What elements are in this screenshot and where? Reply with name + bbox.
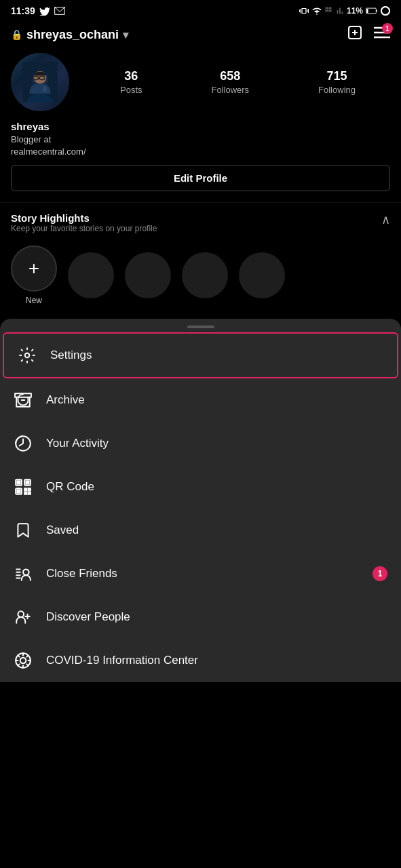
svg-rect-24	[17, 490, 20, 493]
settings-label: Settings	[50, 349, 92, 362]
twitter-icon	[39, 6, 50, 16]
svg-rect-22	[17, 481, 20, 484]
circle-progress-icon	[381, 6, 390, 16]
profile-bio: Blogger at realmecentral.com/	[11, 134, 390, 158]
header-username-text: shreyas_ochani	[26, 28, 119, 42]
svg-point-37	[23, 570, 29, 576]
highlight-item-4[interactable]	[239, 252, 285, 298]
drag-handle	[187, 326, 214, 328]
posts-stat[interactable]: 36 Posts	[120, 69, 142, 95]
menu-button[interactable]: 1	[374, 26, 390, 43]
highlight-new[interactable]: + New	[11, 245, 57, 305]
menu-item-saved[interactable]: Saved	[0, 509, 401, 552]
status-right: 11%	[299, 6, 390, 16]
new-post-button[interactable]	[347, 24, 363, 45]
profile-name: shreyas	[11, 121, 390, 132]
followers-label: Followers	[211, 85, 249, 95]
lock-icon: 🔒	[11, 29, 22, 40]
wifi-icon	[311, 7, 322, 15]
menu-item-settings[interactable]: Settings	[3, 332, 398, 378]
avatar-svg	[20, 62, 60, 102]
svg-rect-31	[24, 492, 26, 494]
menu-item-discover[interactable]: Discover People	[0, 595, 401, 639]
svg-line-47	[18, 656, 19, 657]
story-highlights: Story Highlights Keep your favorite stor…	[0, 202, 401, 312]
status-left: 11:39	[11, 5, 65, 16]
menu-item-activity[interactable]: Your Activity	[0, 422, 401, 465]
time: 11:39	[11, 5, 35, 16]
sheet-handle	[0, 319, 401, 332]
menu-item-qr[interactable]: QR Code	[0, 465, 401, 509]
gmail-icon	[54, 6, 65, 16]
svg-rect-32	[28, 492, 31, 494]
avatar[interactable]	[11, 53, 69, 111]
svg-line-50	[18, 665, 19, 666]
new-label: New	[26, 296, 42, 305]
app-header: 🔒 shreyas_ochani ▾ 1	[0, 19, 401, 53]
friends-icon	[14, 564, 33, 583]
close-friends-label: Close Friends	[46, 567, 117, 580]
svg-rect-16	[43, 86, 46, 92]
highlights-row: + New	[11, 245, 390, 305]
posts-label: Posts	[120, 85, 142, 95]
bio-line2: realmecentral.com/	[11, 146, 86, 157]
menu-badge: 1	[382, 23, 393, 34]
followers-count: 658	[220, 69, 240, 83]
qr-icon	[14, 477, 33, 496]
add-highlight-button[interactable]: +	[11, 245, 57, 292]
activity-label: Your Activity	[46, 437, 109, 450]
highlights-title: Story Highlights	[11, 212, 157, 224]
svg-point-42	[20, 658, 26, 664]
stats-row: 36 Posts 658 Followers 715 Following	[85, 69, 390, 95]
highlights-title-text: Story Highlights Keep your favorite stor…	[11, 212, 157, 243]
menu-item-covid[interactable]: COVID-19 Information Center	[0, 639, 401, 682]
avatar-image	[11, 53, 69, 111]
bio-line1: Blogger at	[11, 134, 51, 144]
saved-label: Saved	[46, 524, 79, 537]
battery-icon	[366, 7, 378, 15]
battery-percentage: 11%	[347, 6, 363, 16]
covid-label: COVID-19 Information Center	[46, 654, 198, 667]
activity-icon	[14, 434, 33, 453]
plus-icon: +	[28, 259, 39, 278]
svg-rect-2	[366, 9, 368, 13]
svg-rect-30	[28, 489, 31, 491]
qr-label: QR Code	[46, 480, 94, 494]
highlight-item-1[interactable]	[68, 252, 114, 298]
posts-count: 36	[124, 69, 138, 83]
bottom-sheet: Settings Archive Your Activity	[0, 319, 401, 682]
profile-row: 36 Posts 658 Followers 715 Following	[11, 53, 390, 111]
discover-icon	[14, 608, 33, 627]
svg-point-38	[18, 612, 24, 618]
menu-item-close-friends[interactable]: Close Friends 1	[0, 552, 401, 595]
signal-off-icon	[325, 7, 333, 15]
edit-profile-button[interactable]: Edit Profile	[11, 165, 390, 191]
status-bar: 11:39 11%	[0, 0, 401, 19]
highlight-item-3[interactable]	[182, 252, 228, 298]
archive-label: Archive	[46, 393, 85, 407]
username-header[interactable]: 🔒 shreyas_ochani ▾	[11, 28, 128, 42]
highlight-item-2[interactable]	[125, 252, 171, 298]
following-stat[interactable]: 715 Following	[318, 69, 356, 95]
discover-label: Discover People	[46, 610, 130, 624]
profile-section: 36 Posts 658 Followers 715 Following shr…	[0, 53, 401, 202]
svg-point-17	[25, 353, 30, 358]
svg-line-48	[26, 665, 28, 666]
plus-square-icon	[347, 24, 363, 41]
highlights-header: Story Highlights Keep your favorite stor…	[11, 212, 390, 243]
collapse-icon[interactable]: ∧	[381, 212, 390, 227]
vibrate-icon	[299, 6, 309, 16]
following-count: 715	[327, 69, 347, 83]
followers-stat[interactable]: 658 Followers	[211, 69, 249, 95]
menu-item-archive[interactable]: Archive	[0, 378, 401, 422]
svg-line-49	[26, 656, 28, 657]
highlights-subtitle: Keep your favorite stories on your profi…	[11, 224, 157, 233]
svg-rect-29	[24, 489, 26, 491]
svg-rect-23	[26, 481, 28, 484]
header-actions: 1	[347, 24, 390, 45]
following-label: Following	[318, 85, 356, 95]
saved-icon	[14, 521, 33, 540]
signal-off2-icon	[336, 7, 344, 15]
covid-icon	[14, 651, 33, 670]
archive-icon	[14, 391, 33, 410]
